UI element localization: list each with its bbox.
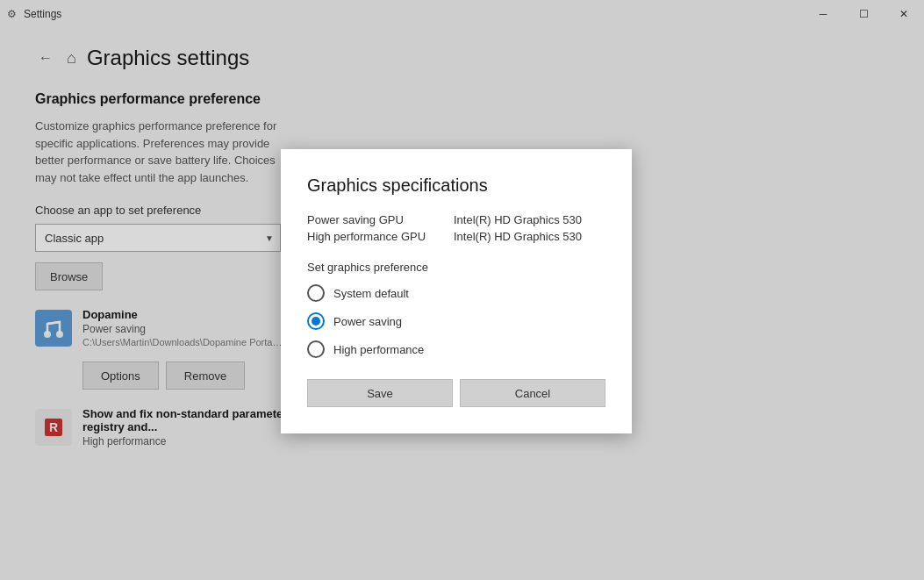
power-saving-gpu-label: Power saving GPU xyxy=(307,213,443,226)
dialog-title: Graphics specifications xyxy=(307,175,605,196)
radio-circle-system-default xyxy=(307,284,325,302)
radio-label-system-default: System default xyxy=(333,287,409,300)
gpu-info-table: Power saving GPU Intel(R) HD Graphics 53… xyxy=(307,213,605,243)
radio-power-saving[interactable]: Power saving xyxy=(307,312,605,330)
gpu-row-power-saving: Power saving GPU Intel(R) HD Graphics 53… xyxy=(307,213,605,226)
radio-label-high-performance: High performance xyxy=(333,343,424,356)
dialog-cancel-button[interactable]: Cancel xyxy=(460,379,605,407)
radio-circle-power-saving xyxy=(307,312,325,330)
high-performance-gpu-value: Intel(R) HD Graphics 530 xyxy=(454,230,582,243)
radio-dot-power-saving xyxy=(312,317,320,326)
dialog-buttons: Save Cancel xyxy=(307,379,605,407)
power-saving-gpu-value: Intel(R) HD Graphics 530 xyxy=(454,213,582,226)
radio-label-power-saving: Power saving xyxy=(333,315,402,328)
modal-overlay: Graphics specifications Power saving GPU… xyxy=(0,0,924,580)
gpu-row-high-performance: High performance GPU Intel(R) HD Graphic… xyxy=(307,230,605,243)
radio-system-default[interactable]: System default xyxy=(307,284,605,302)
graphics-specs-dialog: Graphics specifications Power saving GPU… xyxy=(281,149,632,433)
radio-high-performance[interactable]: High performance xyxy=(307,340,605,358)
preference-radio-group: System default Power saving High perform… xyxy=(307,284,605,358)
high-performance-gpu-label: High performance GPU xyxy=(307,230,443,243)
radio-circle-high-performance xyxy=(307,340,325,358)
dialog-save-button[interactable]: Save xyxy=(307,379,453,407)
set-preference-label: Set graphics preference xyxy=(307,261,605,274)
